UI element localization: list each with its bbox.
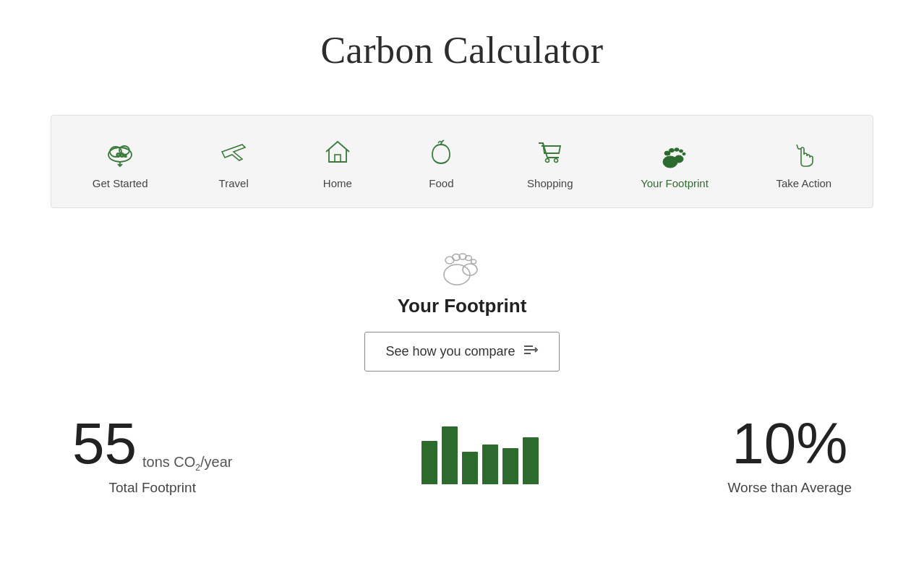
nav-label-home: Home bbox=[323, 177, 352, 189]
page-title: Carbon Calculator bbox=[0, 0, 924, 115]
chart-bar bbox=[462, 452, 478, 484]
compare-button[interactable]: See how you compare bbox=[364, 332, 559, 372]
chart-bar bbox=[523, 437, 539, 484]
total-footprint-label: Total Footprint bbox=[109, 480, 196, 496]
compare-icon bbox=[523, 343, 539, 361]
nav-item-food[interactable]: Food bbox=[412, 130, 470, 193]
nav-item-shopping[interactable]: Shopping bbox=[516, 130, 583, 193]
main-content: Your Footprint See how you compare 55 to… bbox=[0, 230, 924, 496]
nav-item-your-footprint[interactable]: Your Footprint bbox=[630, 130, 719, 193]
chart-bar bbox=[502, 448, 518, 484]
total-footprint-stat: 55 tons CO2/year Total Footprint bbox=[72, 415, 233, 496]
bar-chart-visual bbox=[422, 426, 539, 484]
footprint-section-title: Your Footprint bbox=[398, 295, 527, 317]
nav-item-take-action[interactable]: Take Action bbox=[765, 130, 842, 193]
footprint-active-icon bbox=[656, 134, 693, 170]
nav-label-get-started: Get Started bbox=[93, 177, 148, 189]
worse-than-average-stat: 10% Worse than Average bbox=[728, 415, 852, 496]
nav-label-your-footprint: Your Footprint bbox=[641, 177, 709, 189]
svg-rect-5 bbox=[335, 155, 341, 162]
svg-point-11 bbox=[669, 149, 674, 153]
total-footprint-unit: tons CO2/year bbox=[142, 454, 233, 473]
svg-point-9 bbox=[675, 155, 683, 163]
navigation-bar: CO₂ Get Started Travel Home bbox=[51, 115, 873, 208]
house-icon bbox=[320, 134, 356, 170]
co2-cloud-icon: CO₂ bbox=[102, 134, 138, 170]
nav-item-get-started[interactable]: CO₂ Get Started bbox=[82, 130, 159, 193]
nav-label-shopping: Shopping bbox=[527, 177, 573, 189]
nav-label-food: Food bbox=[429, 177, 453, 189]
your-footprint-icon bbox=[433, 230, 491, 288]
compare-button-label: See how you compare bbox=[385, 344, 515, 359]
svg-point-23 bbox=[471, 259, 476, 264]
apple-icon bbox=[423, 134, 459, 170]
worse-label: Worse than Average bbox=[728, 480, 852, 496]
hand-icon bbox=[786, 134, 822, 170]
svg-line-16 bbox=[797, 145, 798, 149]
svg-point-12 bbox=[675, 148, 679, 151]
svg-point-6 bbox=[545, 159, 549, 163]
svg-point-7 bbox=[554, 159, 557, 163]
comparison-chart bbox=[422, 426, 539, 484]
nav-label-take-action: Take Action bbox=[776, 177, 831, 189]
chart-bar bbox=[442, 426, 458, 484]
total-footprint-value: 55 bbox=[72, 415, 137, 473]
plane-icon bbox=[215, 134, 252, 170]
nav-item-home[interactable]: Home bbox=[309, 130, 367, 193]
cart-icon bbox=[532, 134, 568, 170]
svg-text:CO₂: CO₂ bbox=[116, 153, 127, 158]
chart-bar bbox=[422, 441, 437, 484]
stats-row: 55 tons CO2/year Total Footprint 10% Wor… bbox=[0, 386, 924, 496]
nav-item-travel[interactable]: Travel bbox=[205, 130, 262, 193]
nav-label-travel: Travel bbox=[219, 177, 249, 189]
chart-bar bbox=[482, 445, 498, 484]
svg-point-13 bbox=[679, 150, 683, 153]
svg-point-14 bbox=[683, 153, 685, 155]
percent-value: 10% bbox=[732, 415, 847, 473]
